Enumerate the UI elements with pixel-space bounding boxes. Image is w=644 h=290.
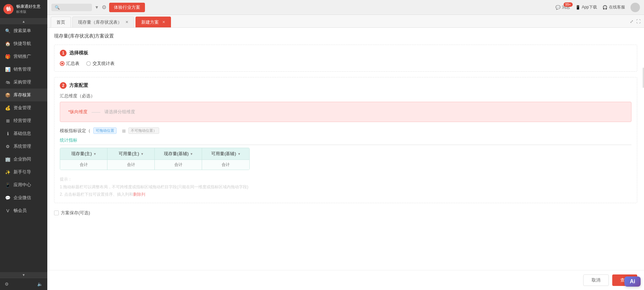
sidebar-item-sales[interactable]: 📊 销售管理 bbox=[0, 63, 47, 76]
section1-header: 1 选择模板 bbox=[60, 50, 631, 56]
speaker-icon[interactable]: 🔈 bbox=[37, 282, 43, 287]
sidebar-item-finance[interactable]: 💰 资金管理 bbox=[0, 101, 47, 114]
page-body: 现存量(库存状况表)方案设置 1 选择模板 汇总表 交叉统计表 bbox=[47, 28, 644, 290]
scrollbar-indicator bbox=[643, 68, 644, 88]
stats-col-2-label: 可用量(主) bbox=[119, 151, 139, 157]
app-logo-icon: 畅 bbox=[3, 4, 14, 14]
tab-expand-icon[interactable]: ⛶ bbox=[636, 19, 641, 24]
topbar-dropdown-icon[interactable]: ▼ bbox=[95, 5, 99, 10]
col-4-dropdown-icon[interactable]: ▾ bbox=[238, 152, 240, 156]
save-option: 方案保存(可选) bbox=[54, 210, 637, 216]
box-icon: 📦 bbox=[5, 92, 11, 98]
sidebar-item-operations[interactable]: ⊞ 经营管理 bbox=[0, 114, 47, 127]
trial-btn[interactable]: 体验行业方案 bbox=[109, 3, 145, 12]
sidebar-item-label: 采购管理 bbox=[14, 79, 31, 85]
main-content: 🔍 ▼ ⚙ 体验行业方案 💬 消息 99+ 📱 App下载 🎧 在线客服 bbox=[47, 0, 644, 290]
tabbar: 首页 现存量（库存状况表） ✕ 新建方案 ✕ ⤢ ⛶ bbox=[47, 15, 644, 28]
sidebar-scroll-up[interactable]: ▲ bbox=[0, 19, 47, 24]
sidebar-item-label: 应用中心 bbox=[14, 182, 31, 188]
online-service-group[interactable]: 🎧 在线客服 bbox=[602, 4, 625, 10]
sidebar-scroll-down[interactable]: ▼ bbox=[0, 272, 47, 278]
messages-group[interactable]: 💬 消息 99+ bbox=[555, 4, 570, 10]
tab-inventory-close-icon[interactable]: ✕ bbox=[125, 20, 128, 24]
stats-col-4-body: 合计 bbox=[202, 160, 249, 170]
radio-cross-label: 交叉统计表 bbox=[93, 61, 115, 67]
sidebar-item-label: 营销推广 bbox=[14, 53, 31, 59]
sidebar-item-marketing[interactable]: 🎁 营销推广 bbox=[0, 50, 47, 63]
stats-table-body-row: 合计 合计 合计 合计 bbox=[60, 160, 249, 170]
sidebar-item-system[interactable]: ⚙ 系统管理 bbox=[0, 140, 47, 153]
search-icon: 🔍 bbox=[55, 5, 60, 10]
col-3-dropdown-icon[interactable]: ▾ bbox=[191, 152, 193, 156]
indicator-settings-text: 模板指标设定（ bbox=[60, 128, 91, 134]
stats-col-1-header[interactable]: 现存量(主) ▾ bbox=[60, 148, 107, 160]
cancel-button[interactable]: 取消 bbox=[583, 274, 609, 286]
guide-icon: ✨ bbox=[5, 169, 11, 175]
gear-icon: ⚙ bbox=[5, 143, 11, 149]
sidebar-item-inventory[interactable]: 📦 库存核算 bbox=[0, 89, 47, 101]
member-icon: V bbox=[5, 208, 11, 214]
sidebar-item-quick-nav[interactable]: 🏠 快捷导航 bbox=[0, 37, 47, 50]
stats-col-2-header[interactable]: 可用量(主) ▾ bbox=[107, 148, 155, 160]
section2-title: 方案配置 bbox=[69, 82, 88, 89]
messages-badge: 99+ bbox=[564, 2, 573, 7]
radio-cross[interactable]: 交叉统计表 bbox=[86, 61, 115, 67]
tips-section: 提示： 1.拖动标题栏可以调整布局，不可跨维度或指标区域拖动栏目字段(只能在同一… bbox=[60, 176, 631, 198]
sidebar-item-member[interactable]: V 畅会员 bbox=[0, 204, 47, 217]
tab-new-scheme[interactable]: 新建方案 ✕ bbox=[135, 17, 171, 27]
stats-section-label: 统计指标 bbox=[60, 137, 631, 145]
sidebar-item-label: 系统管理 bbox=[14, 143, 31, 149]
sidebar-item-purchase[interactable]: 🛍 采购管理 bbox=[0, 76, 47, 89]
sidebar-item-enterprise[interactable]: 🏢 企业协同 bbox=[0, 153, 47, 166]
col-2-dropdown-icon[interactable]: ▾ bbox=[141, 152, 143, 156]
section-template: 1 选择模板 汇总表 交叉统计表 bbox=[54, 45, 637, 72]
home-icon: 🏠 bbox=[5, 41, 11, 47]
headset-icon: 🎧 bbox=[602, 5, 608, 10]
col-1-dropdown-icon[interactable]: ▾ bbox=[94, 152, 96, 156]
tab-home[interactable]: 首页 bbox=[51, 17, 71, 27]
stats-col-3-header[interactable]: 现存量(基辅) ▾ bbox=[155, 148, 202, 160]
tab-home-label: 首页 bbox=[56, 19, 65, 25]
topbar-left: 🔍 ▼ ⚙ 体验行业方案 bbox=[51, 3, 145, 12]
topbar-search[interactable]: 🔍 bbox=[51, 4, 92, 11]
page-inner: 现存量(库存状况表)方案设置 1 选择模板 汇总表 交叉统计表 bbox=[47, 28, 644, 290]
sidebar-item-search-menu[interactable]: 🔍 搜索菜单 bbox=[0, 24, 47, 37]
enterprise-icon: 🏢 bbox=[5, 156, 11, 162]
sidebar-item-label: 库存核算 bbox=[14, 92, 31, 98]
sidebar-item-app-center[interactable]: 📱 应用中心 bbox=[0, 178, 47, 191]
app-download-group[interactable]: 📱 App下载 bbox=[575, 4, 597, 10]
settings-icon[interactable]: ⚙ bbox=[5, 282, 9, 287]
tab-restore-icon[interactable]: ⤢ bbox=[630, 19, 634, 24]
dimension-box: *纵向维度 —— 请选择分组维度 bbox=[60, 102, 631, 122]
stats-col-4-label: 可用量(基辅) bbox=[211, 151, 236, 157]
topbar-settings-icon[interactable]: ⚙ bbox=[102, 4, 106, 10]
save-checkbox[interactable] bbox=[54, 211, 59, 215]
topbar: 🔍 ▼ ⚙ 体验行业方案 💬 消息 99+ 📱 App下载 🎧 在线客服 bbox=[47, 0, 644, 15]
radio-summary-circle bbox=[60, 61, 65, 66]
sidebar-item-wechat[interactable]: 💬 企业微信 bbox=[0, 191, 47, 204]
app-download-label: App下载 bbox=[582, 4, 597, 10]
topbar-right: 💬 消息 99+ 📱 App下载 🎧 在线客服 bbox=[555, 3, 640, 12]
stats-col-2-body: 合计 bbox=[107, 160, 155, 170]
template-options: 汇总表 交叉统计表 bbox=[60, 61, 631, 67]
tab-inventory-status[interactable]: 现存量（库存状况表） ✕ bbox=[72, 17, 134, 27]
section1-num: 1 bbox=[60, 50, 67, 56]
user-avatar[interactable] bbox=[630, 3, 640, 12]
ai-button[interactable]: Ai bbox=[624, 276, 641, 287]
bag-icon: 🛍 bbox=[5, 79, 11, 85]
sidebar-item-basic-info[interactable]: ℹ 基础信息 bbox=[0, 127, 47, 140]
dimension-placeholder[interactable]: 请选择分组维度 bbox=[104, 109, 135, 115]
dimension-required: *纵向维度 bbox=[68, 109, 88, 115]
sidebar-item-label: 销售管理 bbox=[14, 66, 31, 72]
stats-col-1-body: 合计 bbox=[60, 160, 107, 170]
tab-new-scheme-close-icon[interactable]: ✕ bbox=[162, 20, 165, 24]
radio-summary[interactable]: 汇总表 bbox=[60, 61, 79, 67]
stats-col-4-header[interactable]: 可用量(基辅) ▾ bbox=[202, 148, 249, 160]
stats-table: 现存量(主) ▾ 可用量(主) ▾ 现存量(基辅) ▾ 可用量(基辅) bbox=[60, 148, 250, 170]
section2-num: 2 bbox=[60, 82, 67, 89]
stats-col-3-body: 合计 bbox=[155, 160, 202, 170]
sidebar-item-new-guide[interactable]: ✨ 新手引导 bbox=[0, 166, 47, 178]
section1-title: 选择模板 bbox=[69, 50, 88, 56]
draggable-badge: 可拖动位置 bbox=[93, 127, 117, 134]
sidebar-nav: 🔍 搜索菜单 🏠 快捷导航 🎁 营销推广 📊 销售管理 🛍 采购管理 📦 库存核… bbox=[0, 24, 47, 272]
